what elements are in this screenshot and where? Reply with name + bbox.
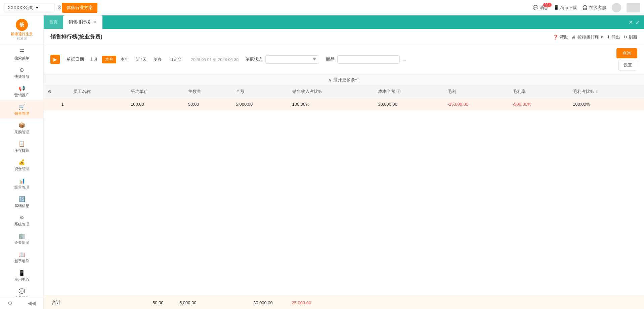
finance-icon: 💰 bbox=[18, 159, 25, 165]
sidebar-item-corp[interactable]: 🏢 企业协同 bbox=[0, 229, 43, 248]
online-service-button[interactable]: 🎧 在线客服 bbox=[582, 5, 606, 11]
pill-this-year[interactable]: 本年 bbox=[118, 56, 132, 63]
header-actions: ❓ 帮助 🖨 按模板打印 ▾ ⬇ 导出 ↻ bbox=[553, 34, 637, 40]
sidebar-item-marketing[interactable]: 📢 营销推广 bbox=[0, 82, 43, 100]
filter-expand-arrow[interactable]: ▶ bbox=[50, 55, 60, 64]
export-button[interactable]: ⬇ 导出 bbox=[606, 34, 620, 40]
sidebar-item-sales[interactable]: 🛒 销售管理 bbox=[0, 100, 43, 119]
sidebar-finance-label: 资金管理 bbox=[14, 166, 29, 171]
basic-icon: 🔢 bbox=[18, 196, 25, 202]
page-content: 销售排行榜(按业务员) ❓ 帮助 🖨 按模板打印 ▾ ⬇ bbox=[44, 29, 644, 309]
tab-close-all-button[interactable]: ✕ bbox=[629, 19, 633, 25]
sidebar-item-inventory[interactable]: 📋 库存核算 bbox=[0, 137, 43, 156]
pill-last-month[interactable]: 上月 bbox=[87, 56, 101, 63]
page-title: 销售排行榜(按业务员) bbox=[50, 34, 102, 41]
total-gross: -25,000.00 bbox=[286, 300, 320, 305]
filter-row: ▶ 单据日期 上月 本月 本年 近7天 更多 自定义 bbox=[50, 48, 637, 70]
home-tab-label: 首页 bbox=[49, 19, 58, 25]
quick-nav-icon: ⊙ bbox=[19, 67, 24, 73]
sidebar-item-guide[interactable]: 📖 新手引导 bbox=[0, 248, 43, 266]
td-gross: -25,000.00 bbox=[443, 98, 509, 110]
topbar-settings-icon[interactable]: ⚙ bbox=[57, 4, 62, 11]
sidebar-item-wechat[interactable]: 💬 企业微信 bbox=[0, 285, 43, 297]
td-amount: 5,000.00 bbox=[232, 98, 288, 110]
goods-input[interactable] bbox=[337, 55, 400, 64]
th-gross-pct[interactable]: 毛利占比% ⬍ bbox=[569, 85, 644, 98]
sidebar-item-apps[interactable]: 📱 应用中心 bbox=[0, 266, 43, 285]
sidebar-basic-label: 基础信息 bbox=[14, 203, 29, 208]
message-badge: 99+ bbox=[543, 3, 552, 7]
avatar[interactable] bbox=[612, 3, 621, 12]
chevron-down-expand-icon: ∨ bbox=[329, 78, 332, 83]
pill-7-days[interactable]: 近7天 bbox=[133, 56, 149, 63]
tabs-right-actions: ✕ ⤢ bbox=[629, 19, 644, 25]
sidebar-search-label: 搜索菜单 bbox=[14, 56, 29, 61]
print-icon: 🖨 bbox=[572, 35, 576, 40]
sidebar-system-label: 系统管理 bbox=[14, 222, 29, 227]
pill-this-month[interactable]: 本月 bbox=[102, 56, 116, 63]
th-amount: 全额 bbox=[232, 85, 288, 98]
sidebar-settings-button[interactable]: ⚙ bbox=[8, 300, 12, 306]
total-amount: 5,000.00 bbox=[175, 300, 209, 305]
goods-filter-item: 商品 ... bbox=[326, 55, 406, 64]
company-selector[interactable]: XXXXXX公司 ▾ bbox=[4, 3, 54, 12]
refresh-button[interactable]: ↻ 刷新 bbox=[624, 34, 637, 40]
sort-icon[interactable]: ⬍ bbox=[595, 90, 598, 94]
tab-sales-rank[interactable]: 销售排行榜 ✕ bbox=[63, 15, 102, 29]
tab-home[interactable]: 首页 bbox=[44, 15, 63, 29]
trial-button[interactable]: 体验行业方案 bbox=[62, 3, 97, 13]
date-pills: 上月 本月 本年 近7天 更多 自定义 bbox=[87, 56, 184, 63]
sidebar-sales-label: 销售管理 bbox=[14, 111, 29, 116]
sidebar-item-search[interactable]: ☰ 搜索菜单 bbox=[0, 45, 43, 63]
table-settings-button[interactable]: 设置 bbox=[618, 60, 637, 70]
table-header-row: ⚙ 员工名称 平均单价 主数量 全额 销售收入占比% 成本全额 ⓘ bbox=[44, 85, 644, 98]
sidebar-collapse-button[interactable]: ◀◀ bbox=[28, 300, 36, 306]
tab-close-button[interactable]: ✕ bbox=[92, 20, 97, 24]
sales-rank-tab-label: 销售排行榜 bbox=[69, 19, 90, 25]
goods-filter-label: 商品 bbox=[326, 56, 335, 62]
system-icon: ⚙ bbox=[19, 214, 24, 221]
sidebar-quick-nav-label: 快捷导航 bbox=[14, 74, 29, 79]
table-wrapper: ⚙ 员工名称 平均单价 主数量 全额 销售收入占比% 成本全额 ⓘ bbox=[44, 85, 644, 296]
search-menu-icon: ☰ bbox=[19, 48, 24, 55]
goods-more-link[interactable]: ... bbox=[402, 57, 406, 62]
sidebar-item-purchase[interactable]: 📦 采购管理 bbox=[0, 119, 43, 137]
tab-maximize-button[interactable]: ⤢ bbox=[636, 19, 640, 25]
status-filter-label: 单据状态 bbox=[245, 56, 263, 62]
chevron-down-icon: ▾ bbox=[36, 5, 38, 10]
th-rank bbox=[56, 85, 69, 98]
guide-icon: 📖 bbox=[18, 251, 25, 258]
data-table: ⚙ 员工名称 平均单价 主数量 全额 销售收入占比% 成本全额 ⓘ bbox=[44, 85, 644, 110]
app-download-button[interactable]: 📱 App下载 bbox=[554, 5, 577, 11]
print-button[interactable]: 🖨 按模板打印 ▾ bbox=[572, 34, 603, 40]
message-button[interactable]: 💬 消息 99+ bbox=[533, 5, 548, 11]
sidebar-item-business[interactable]: 📊 经营管理 bbox=[0, 174, 43, 193]
sidebar-guide-label: 新手引导 bbox=[14, 259, 29, 264]
sales-icon: 🛒 bbox=[18, 104, 25, 110]
td-row-settings bbox=[44, 98, 56, 110]
pill-more[interactable]: 更多 bbox=[151, 56, 165, 63]
query-button[interactable]: 查询 bbox=[616, 48, 637, 58]
logo-line1: 畅康通好生意 bbox=[11, 32, 33, 37]
th-cost: 成本全额 ⓘ bbox=[374, 85, 443, 98]
pill-custom[interactable]: 自定义 bbox=[166, 56, 184, 63]
status-select[interactable] bbox=[265, 55, 319, 64]
sidebar-item-system[interactable]: ⚙ 系统管理 bbox=[0, 211, 43, 229]
sidebar-inventory-label: 库存核算 bbox=[14, 148, 29, 153]
expand-conditions-button[interactable]: ∨ 展开更多条件 bbox=[329, 77, 359, 83]
th-settings[interactable]: ⚙ bbox=[44, 85, 56, 98]
th-name: 员工名称 bbox=[69, 85, 127, 98]
total-row: 合计 50.00 5,000.00 30,000.00 -25,000.00 bbox=[44, 296, 644, 309]
sidebar-marketing-label: 营销推广 bbox=[14, 93, 29, 98]
business-icon: 📊 bbox=[18, 177, 25, 184]
th-sales-pct: 销售收入占比% bbox=[288, 85, 374, 98]
th-gross-rate: 毛利率 bbox=[509, 85, 569, 98]
sidebar-item-quick-nav[interactable]: ⊙ 快捷导航 bbox=[0, 63, 43, 82]
sidebar-item-basic[interactable]: 🔢 基础信息 bbox=[0, 193, 43, 211]
sidebar-item-finance[interactable]: 💰 资金管理 bbox=[0, 156, 43, 174]
top-right-actions: 💬 消息 99+ 📱 App下载 🎧 在线客服 bbox=[533, 3, 640, 12]
help-button[interactable]: ❓ 帮助 bbox=[553, 34, 568, 40]
sidebar-apps-label: 应用中心 bbox=[14, 277, 29, 282]
total-label: 合计 bbox=[48, 300, 75, 306]
info-icon: ⓘ bbox=[396, 89, 401, 95]
